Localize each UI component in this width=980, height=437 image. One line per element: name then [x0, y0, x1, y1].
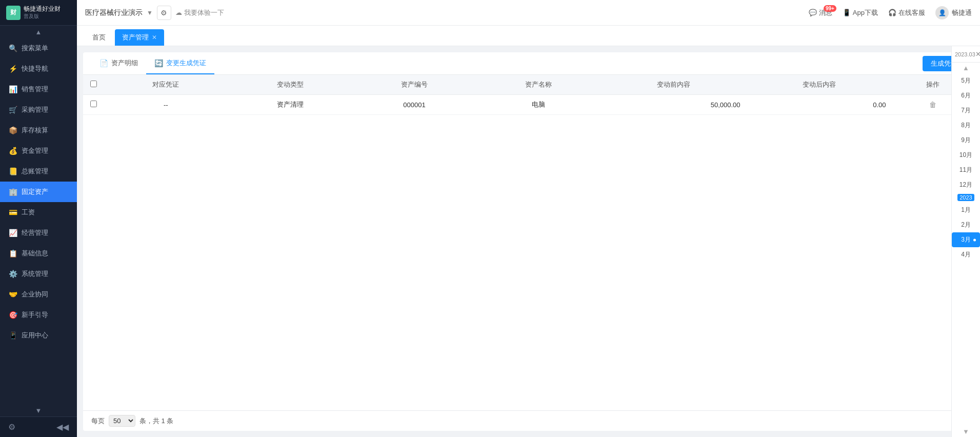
panel-close-button[interactable]: ✕: [975, 50, 980, 58]
company-dropdown-icon[interactable]: ▼: [147, 9, 153, 16]
row-checkbox-cell: [83, 95, 104, 115]
sidebar-scroll-down[interactable]: ▼: [0, 404, 77, 416]
sidebar-item-fixed-assets[interactable]: 🏢 固定资产: [0, 182, 77, 202]
logo-sub: 普及版: [24, 13, 61, 20]
row-change-type: 资产清理: [228, 95, 352, 115]
delete-icon[interactable]: 🗑: [929, 101, 936, 109]
month-item-11[interactable]: 11月: [952, 163, 980, 177]
sidebar-item-system[interactable]: ⚙️ 系统管理: [0, 264, 77, 284]
month-item-12[interactable]: 12月: [952, 177, 980, 192]
sidebar-settings-icon[interactable]: ⚙: [8, 422, 15, 432]
topbar-settings-button[interactable]: ⚙: [157, 6, 171, 20]
month-item-2023-3[interactable]: 3月: [952, 232, 980, 247]
sidebar-item-label: 快捷导航: [22, 64, 48, 73]
avatar: 👤: [935, 6, 949, 19]
logo-text: 畅捷通好业财: [24, 5, 61, 13]
month-item-2023-2[interactable]: 2月: [952, 217, 980, 232]
row-checkbox[interactable]: [90, 101, 97, 107]
subtab-bar: 📄 资产明细 🔄 变更生成凭证 生成凭证: [83, 52, 974, 75]
sidebar-item-quick-nav[interactable]: ⚡ 快捷导航: [0, 58, 77, 79]
row-before-change: 50,000.00: [601, 95, 747, 115]
sales-icon: 📊: [8, 85, 17, 94]
sidebar-item-guide[interactable]: 🎯 新手引导: [0, 305, 77, 325]
purchase-icon: 🛒: [8, 105, 17, 114]
select-all-checkbox[interactable]: [90, 81, 97, 87]
per-page-label: 每页: [91, 416, 105, 426]
main-area: 医疗器械行业演示 ▼ ⚙ ☁ 我要体验一下 💬 消息 99+ 📱 App下载 🎧…: [77, 0, 980, 437]
panel-scroll-up[interactable]: ▲: [952, 63, 980, 73]
per-page-select[interactable]: 50 10 20 100: [109, 415, 135, 427]
tab-close-icon[interactable]: ✕: [152, 34, 157, 41]
panel-scroll-down[interactable]: ▼: [952, 426, 980, 437]
quick-nav-icon: ⚡: [8, 64, 17, 73]
sidebar-item-inventory[interactable]: 📦 库存核算: [0, 120, 77, 141]
row-asset-code: 000001: [352, 95, 476, 115]
subtab-change-voucher[interactable]: 🔄 变更生成凭证: [146, 52, 214, 74]
payroll-icon: 💳: [8, 208, 17, 217]
sidebar-item-label: 固定资产: [22, 187, 48, 196]
sidebar-item-label: 总账管理: [22, 167, 48, 176]
tab-home[interactable]: 首页: [85, 29, 113, 46]
col-change-type: 变动类型: [228, 75, 352, 95]
subtab-asset-detail-label: 资产明细: [111, 58, 138, 68]
sidebar-item-payroll[interactable]: 💳 工资: [0, 202, 77, 223]
right-panel-body: 5月 6月 7月 8月 9月 10月 11月 12月 2023 1月 2月 3月…: [952, 73, 980, 426]
sidebar-item-ledger[interactable]: 📒 总账管理: [0, 161, 77, 182]
row-asset-name: 电脑: [476, 95, 601, 115]
sidebar-item-label: 基础信息: [22, 249, 48, 258]
sidebar-item-enterprise[interactable]: 🤝 企业协同: [0, 284, 77, 305]
subtab-left: 📄 资产明细 🔄 变更生成凭证: [91, 52, 214, 74]
messages-button[interactable]: 💬 消息 99+: [809, 8, 832, 17]
sidebar-item-label: 采购管理: [22, 105, 48, 114]
sidebar-item-sales[interactable]: 📊 销售管理: [0, 79, 77, 100]
user-profile[interactable]: 👤 畅捷通: [935, 6, 972, 19]
sidebar-item-search[interactable]: 🔍 搜索菜单: [0, 38, 77, 58]
pagination: 每页 50 10 20 100 条，共 1 条: [83, 410, 974, 431]
right-panel-header: 2023.03 ✕ ⤢: [952, 46, 980, 63]
sidebar-item-app-center[interactable]: 📱 应用中心: [0, 325, 77, 346]
app-download-button[interactable]: 📱 App下载: [843, 8, 878, 17]
headset-icon: 🎧: [888, 9, 896, 16]
row-voucher: --: [104, 95, 228, 115]
asset-detail-icon: 📄: [99, 59, 108, 67]
sidebar-item-label: 企业协同: [22, 290, 48, 299]
topbar-right: 💬 消息 99+ 📱 App下载 🎧 在线客服 👤 畅捷通: [809, 6, 972, 19]
customer-service-label: 在线客服: [898, 8, 925, 17]
sidebar-collapse-icon[interactable]: ◀◀: [56, 422, 69, 432]
app-center-icon: 📱: [8, 331, 17, 340]
month-item-8[interactable]: 8月: [952, 118, 980, 133]
subtab-asset-detail[interactable]: 📄 资产明细: [91, 52, 146, 74]
month-item-7[interactable]: 7月: [952, 103, 980, 118]
sidebar-item-funds[interactable]: 💰 资金管理: [0, 141, 77, 161]
enterprise-icon: 🤝: [8, 290, 17, 299]
total-label: 条，共 1 条: [139, 416, 173, 426]
table-row: -- 资产清理 000001 电脑 50,000.00 0.00 🗑: [83, 95, 974, 115]
customer-service-button[interactable]: 🎧 在线客服: [888, 8, 925, 17]
month-item-9[interactable]: 9月: [952, 133, 980, 148]
month-item-5[interactable]: 5月: [952, 73, 980, 88]
experience-link[interactable]: ☁ 我要体验一下: [175, 8, 224, 17]
sidebar-item-operations[interactable]: 📈 经营管理: [0, 223, 77, 243]
user-name: 畅捷通: [952, 8, 972, 17]
tab-asset-management[interactable]: 资产管理 ✕: [115, 29, 164, 46]
month-item-2023-4[interactable]: 4月: [952, 247, 980, 262]
subtab-change-voucher-label: 变更生成凭证: [166, 58, 206, 68]
topbar-left: 医疗器械行业演示 ▼ ⚙ ☁ 我要体验一下: [85, 6, 224, 20]
download-icon: 📱: [843, 9, 851, 16]
ledger-icon: 📒: [8, 167, 17, 176]
month-item-10[interactable]: 10月: [952, 148, 980, 163]
col-asset-name: 资产名称: [476, 75, 601, 95]
logo-icon: 财: [6, 6, 21, 20]
sidebar-item-label: 搜索菜单: [22, 44, 48, 53]
system-icon: ⚙️: [8, 269, 17, 279]
row-after-change: 0.00: [747, 95, 892, 115]
message-icon: 💬: [809, 9, 817, 16]
sidebar-item-purchase[interactable]: 🛒 采购管理: [0, 100, 77, 120]
sidebar-item-basic-info[interactable]: 📋 基础信息: [0, 243, 77, 264]
sidebar-item-label: 新手引导: [22, 310, 48, 320]
month-item-2023-1[interactable]: 1月: [952, 203, 980, 217]
sidebar-item-label: 销售管理: [22, 85, 48, 94]
year-2023-tag: 2023: [957, 194, 974, 201]
sidebar-scroll-up[interactable]: ▲: [0, 26, 77, 38]
month-item-6[interactable]: 6月: [952, 88, 980, 103]
